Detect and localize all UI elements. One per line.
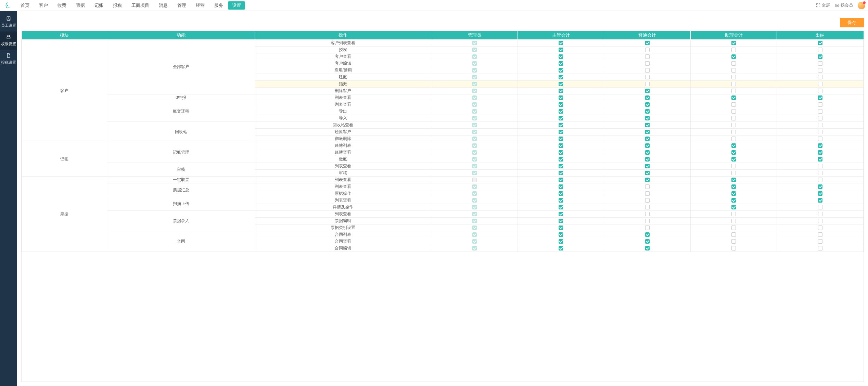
permission-checkbox[interactable] — [818, 143, 822, 148]
topnav-item-2[interactable]: 收费 — [53, 0, 71, 11]
permission-checkbox[interactable] — [818, 178, 822, 182]
permission-checkbox[interactable] — [559, 95, 563, 100]
permission-checkbox[interactable] — [731, 205, 736, 209]
permission-checkbox[interactable] — [818, 41, 822, 45]
permission-checkbox[interactable] — [645, 246, 650, 250]
fullscreen-button[interactable]: 全屏 — [816, 2, 830, 8]
permission-checkbox[interactable] — [645, 143, 650, 148]
permission-checkbox[interactable] — [818, 239, 822, 244]
topnav-item-3[interactable]: 票据 — [71, 0, 90, 11]
permission-checkbox[interactable] — [818, 232, 822, 237]
permission-checkbox[interactable] — [818, 82, 822, 86]
permission-checkbox[interactable] — [731, 109, 736, 114]
permission-checkbox[interactable] — [559, 171, 563, 175]
permission-checkbox[interactable] — [559, 137, 563, 141]
permission-checkbox[interactable] — [731, 95, 736, 100]
permission-checkbox[interactable] — [731, 171, 736, 175]
permission-checkbox[interactable] — [818, 205, 822, 209]
permission-checkbox[interactable] — [645, 219, 650, 223]
permission-checkbox[interactable] — [645, 184, 650, 189]
permission-checkbox[interactable] — [559, 178, 563, 182]
permission-checkbox[interactable] — [559, 205, 563, 209]
permission-checkbox[interactable] — [645, 109, 650, 114]
permission-checkbox[interactable] — [559, 89, 563, 93]
permission-checkbox[interactable] — [645, 82, 650, 86]
permission-checkbox[interactable] — [559, 198, 563, 203]
permission-checkbox[interactable] — [559, 68, 563, 73]
permission-checkbox[interactable] — [731, 116, 736, 120]
permission-checkbox[interactable] — [818, 219, 822, 223]
permission-checkbox[interactable] — [645, 68, 650, 73]
permission-checkbox[interactable] — [731, 41, 736, 45]
permission-checkbox[interactable] — [818, 150, 822, 155]
permission-checkbox[interactable] — [559, 157, 563, 162]
sidebar-item-0[interactable]: 员工设置 — [0, 13, 17, 31]
permission-checkbox[interactable] — [645, 171, 650, 175]
permission-checkbox[interactable] — [559, 150, 563, 155]
permission-checkbox[interactable] — [645, 123, 650, 127]
permission-checkbox[interactable] — [559, 219, 563, 223]
topnav-item-1[interactable]: 客户 — [34, 0, 53, 11]
permission-checkbox[interactable] — [731, 54, 736, 59]
user-avatar[interactable] — [858, 2, 865, 9]
save-button[interactable]: 保存 — [840, 18, 864, 27]
permission-checkbox[interactable] — [818, 137, 822, 141]
topnav-item-11[interactable]: 设置 — [228, 1, 245, 10]
permission-checkbox[interactable] — [818, 109, 822, 114]
permission-checkbox[interactable] — [645, 48, 650, 52]
topnav-item-8[interactable]: 管理 — [173, 0, 191, 11]
topnav-item-0[interactable]: 首页 — [16, 0, 34, 11]
permission-checkbox[interactable] — [559, 184, 563, 189]
permission-checkbox[interactable] — [731, 184, 736, 189]
permission-checkbox[interactable] — [731, 137, 736, 141]
permission-checkbox[interactable] — [559, 41, 563, 45]
topnav-item-10[interactable]: 服务 — [209, 0, 228, 11]
permission-checkbox[interactable] — [559, 123, 563, 127]
permission-checkbox[interactable] — [731, 212, 736, 216]
permission-checkbox[interactable] — [645, 102, 650, 107]
permission-checkbox[interactable] — [731, 89, 736, 93]
permission-checkbox[interactable] — [818, 61, 822, 66]
permission-checkbox[interactable] — [731, 123, 736, 127]
permission-checkbox[interactable] — [818, 226, 822, 230]
topnav-item-7[interactable]: 消息 — [154, 0, 173, 11]
permission-checkbox[interactable] — [645, 41, 650, 45]
permission-checkbox[interactable] — [818, 116, 822, 120]
permission-checkbox[interactable] — [645, 178, 650, 182]
permission-checkbox[interactable] — [731, 75, 736, 79]
permission-checkbox[interactable] — [645, 95, 650, 100]
permission-checkbox[interactable] — [818, 123, 822, 127]
permission-checkbox[interactable] — [731, 48, 736, 52]
permission-checkbox[interactable] — [559, 61, 563, 66]
permission-checkbox[interactable] — [731, 178, 736, 182]
permission-checkbox[interactable] — [731, 191, 736, 196]
permission-checkbox[interactable] — [559, 130, 563, 134]
permission-checkbox[interactable] — [731, 61, 736, 66]
permission-checkbox[interactable] — [559, 246, 563, 250]
permission-checkbox[interactable] — [645, 212, 650, 216]
permission-checkbox[interactable] — [559, 116, 563, 120]
permission-checkbox[interactable] — [731, 198, 736, 203]
sidebar-item-2[interactable]: 报税设置 — [0, 50, 17, 68]
permission-checkbox[interactable] — [818, 68, 822, 73]
permission-checkbox[interactable] — [818, 171, 822, 175]
permission-checkbox[interactable] — [818, 191, 822, 196]
permission-checkbox[interactable] — [731, 219, 736, 223]
permission-checkbox[interactable] — [559, 109, 563, 114]
permission-table-wrap[interactable]: 模块功能操作管理员主管会计普通会计助理会计出纳 客户全部客户客户列表查看授权客户… — [21, 31, 864, 382]
permission-checkbox[interactable] — [818, 54, 822, 59]
permission-checkbox[interactable] — [645, 116, 650, 120]
permission-checkbox[interactable] — [818, 246, 822, 250]
permission-checkbox[interactable] — [559, 212, 563, 216]
permission-checkbox[interactable] — [559, 239, 563, 244]
permission-checkbox[interactable] — [559, 143, 563, 148]
permission-checkbox[interactable] — [731, 239, 736, 244]
permission-checkbox[interactable] — [559, 48, 563, 52]
permission-checkbox[interactable] — [559, 82, 563, 86]
permission-checkbox[interactable] — [731, 157, 736, 162]
permission-checkbox[interactable] — [559, 164, 563, 168]
permission-checkbox[interactable] — [559, 226, 563, 230]
permission-checkbox[interactable] — [818, 184, 822, 189]
sidebar-item-1[interactable]: 权限设置 — [0, 31, 17, 50]
member-button[interactable]: 畅会员 — [835, 2, 853, 8]
